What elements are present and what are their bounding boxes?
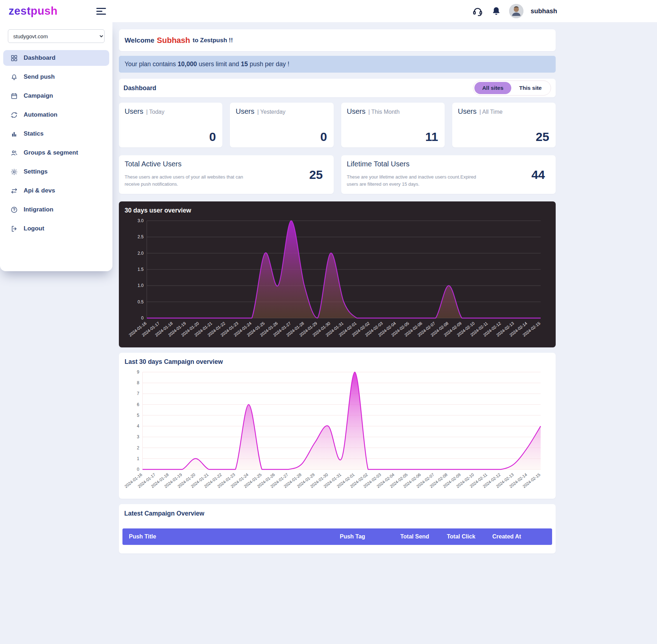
svg-text:0: 0 <box>137 467 139 472</box>
calendar-icon <box>10 92 18 100</box>
sidebar-item-dashboard[interactable]: Dashboard <box>3 50 109 66</box>
hamburger-menu-icon[interactable] <box>96 6 106 16</box>
topbar: zestpush su <box>0 0 657 22</box>
stats-row: Users | Today 0 Users | Yesterday 0 User… <box>119 103 556 147</box>
plan-banner-text: users limit and <box>199 60 239 68</box>
summary-value: 25 <box>309 168 323 182</box>
sidebar: studygovt.com Dashboard Send push Cam <box>0 22 112 271</box>
bell-icon <box>10 73 18 81</box>
summary-value: 44 <box>531 168 545 182</box>
campaign-overview-chart-card: Last 30 days Campaign overview 012345678… <box>119 353 556 499</box>
column-total-click: Total Click <box>447 533 492 540</box>
chart-title: Last 30 days Campaign overview <box>125 357 550 366</box>
svg-text:4: 4 <box>137 424 139 429</box>
stat-value: 11 <box>425 130 438 144</box>
site-scope-toggle: All sites This site <box>473 80 551 96</box>
sync-icon <box>10 111 18 119</box>
users-icon <box>10 149 18 157</box>
sidebar-item-label: Send push <box>24 73 55 80</box>
stat-card-users-all-time: Users | All Time 25 <box>452 103 556 147</box>
sidebar-menu: Dashboard Send push Campaign Automation <box>0 49 112 238</box>
sidebar-item-automation[interactable]: Automation <box>3 107 109 123</box>
summary-title: Total Active Users <box>125 160 328 168</box>
welcome-card: Welcome Subhash to Zestpush !! <box>119 29 556 51</box>
latest-campaign-title: Latest Campaign Overview <box>124 509 552 518</box>
sidebar-item-send-push[interactable]: Send push <box>3 69 109 85</box>
svg-text:6: 6 <box>137 402 139 407</box>
svg-text:3: 3 <box>137 434 139 439</box>
column-push-tag: Push Tag <box>340 533 400 540</box>
sidebar-item-label: Statics <box>24 130 44 137</box>
brand-logo-zest: zest <box>9 5 31 17</box>
svg-text:2.0: 2.0 <box>137 251 144 256</box>
sidebar-item-label: Campaign <box>24 92 53 99</box>
brand-logo[interactable]: zestpush <box>9 5 58 18</box>
latest-campaign-card: Latest Campaign Overview Push Title Push… <box>119 504 556 553</box>
welcome-prefix: Welcome <box>125 36 154 44</box>
stat-title: Users <box>347 107 366 116</box>
stat-period: | All Time <box>479 109 503 115</box>
topbar-right: subhash <box>472 4 657 18</box>
column-total-send: Total Send <box>400 533 447 540</box>
stat-title: Users <box>236 107 254 116</box>
welcome-suffix: to Zestpush !! <box>193 37 233 44</box>
summary-row: Total Active Users These users are activ… <box>119 155 556 194</box>
sidebar-item-intigration[interactable]: Intigration <box>3 202 109 218</box>
dashboard-title: Dashboard <box>124 84 156 92</box>
plan-banner: Your plan contains 10,000 users limit an… <box>119 56 556 73</box>
sidebar-item-label: Settings <box>24 168 48 175</box>
svg-text:3.0: 3.0 <box>137 218 144 223</box>
main-content: Welcome Subhash to Zestpush !! Your plan… <box>112 22 562 561</box>
svg-text:5: 5 <box>137 413 139 418</box>
svg-text:2: 2 <box>137 445 139 450</box>
username[interactable]: subhash <box>531 8 557 15</box>
sidebar-item-groups-segment[interactable]: Groups & segment <box>3 145 109 161</box>
plan-banner-text: push per day ! <box>250 60 289 68</box>
brand-logo-push: push <box>31 5 58 17</box>
summary-description: These are your lifetime active and inact… <box>347 174 479 187</box>
svg-text:0.5: 0.5 <box>137 299 144 304</box>
help-circle-icon <box>10 206 18 214</box>
svg-text:9: 9 <box>137 370 139 375</box>
stat-period: | Yesterday <box>257 109 285 115</box>
stat-title: Users <box>458 107 477 116</box>
avatar[interactable] <box>509 4 523 18</box>
plan-users-limit: 10,000 <box>178 60 197 68</box>
swap-arrows-icon <box>10 187 18 195</box>
this-site-toggle-button[interactable]: This site <box>511 82 550 94</box>
sidebar-item-label: Api & devs <box>24 187 55 194</box>
sidebar-item-label: Groups & segment <box>24 149 78 156</box>
stat-value: 25 <box>536 130 549 144</box>
sidebar-item-campaign[interactable]: Campaign <box>3 88 109 104</box>
svg-text:7: 7 <box>137 391 139 396</box>
stat-card-users-this-month: Users | This Month 11 <box>341 103 445 147</box>
summary-description: These users are active users of your all… <box>125 174 257 187</box>
support-headset-icon[interactable] <box>472 5 483 17</box>
svg-text:8: 8 <box>137 380 139 385</box>
sidebar-item-api-devs[interactable]: Api & devs <box>3 183 109 199</box>
column-created-at: Created At <box>492 533 552 540</box>
campaign-overview-chart: 01234567892024-01-162024-01-172024-01-18… <box>125 367 550 495</box>
welcome-username: Subhash <box>157 36 190 45</box>
stat-period: | Today <box>146 109 164 115</box>
stat-value: 0 <box>320 130 327 144</box>
logout-icon <box>10 225 18 233</box>
sidebar-item-statics[interactable]: Statics <box>3 126 109 142</box>
users-overview-chart: 00.51.01.52.02.53.02024-01-162024-01-172… <box>125 216 550 344</box>
notifications-bell-icon[interactable] <box>491 5 502 17</box>
svg-text:1.0: 1.0 <box>137 283 144 288</box>
sidebar-item-settings[interactable]: Settings <box>3 164 109 180</box>
campaign-table-header: Push Title Push Tag Total Send Total Cli… <box>122 528 552 545</box>
bar-chart-icon <box>10 130 18 138</box>
site-selector[interactable]: studygovt.com <box>8 29 105 43</box>
total-active-users-card: Total Active Users These users are activ… <box>119 155 334 194</box>
stat-card-users-today: Users | Today 0 <box>119 103 222 147</box>
svg-text:1.5: 1.5 <box>137 267 144 272</box>
svg-text:2.5: 2.5 <box>137 234 144 239</box>
plan-banner-text: Your plan contains <box>125 60 176 68</box>
all-sites-toggle-button[interactable]: All sites <box>474 82 511 94</box>
gear-icon <box>10 168 18 176</box>
dashboard-grid-icon <box>10 54 18 62</box>
svg-text:0: 0 <box>141 316 144 321</box>
sidebar-item-logout[interactable]: Logout <box>3 221 109 236</box>
